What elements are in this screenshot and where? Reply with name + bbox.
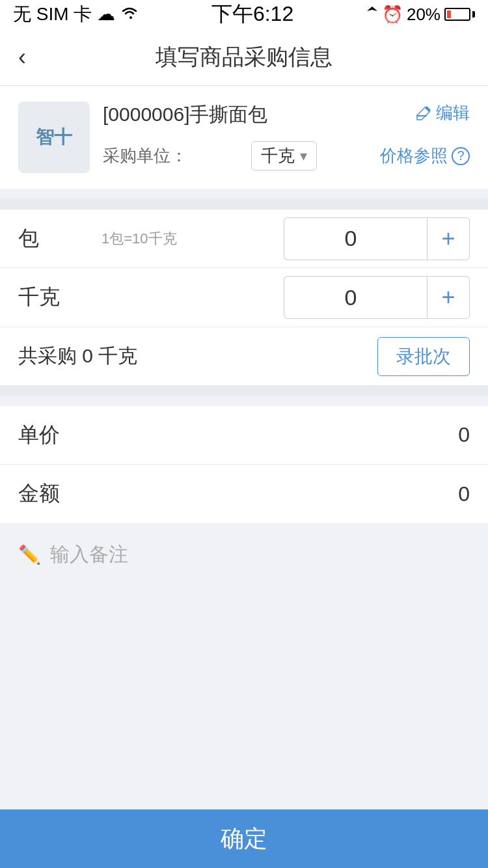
amount-row: 金额 0 [0,465,488,523]
unit-price-value: 0 [458,423,470,447]
section-divider-2 [0,385,488,396]
note-section[interactable]: ✏️ 输入备注 [0,523,488,586]
price-ref-label: 价格参照 [380,144,448,167]
status-left: 无 SIM 卡 ☁ [13,2,139,27]
section-divider-1 [0,199,488,210]
product-image-label: 智十 [36,125,72,150]
battery-icon [444,8,475,21]
record-batch-button[interactable]: 录批次 [377,337,470,376]
product-card: 智十 [0000006]手撕面包 编辑 采购单位： 千克 ▾ 价格参照 ? [0,86,488,189]
total-text: 共采购 0 千克 [18,343,137,370]
bao-row: 包 1包=10千克 + [0,210,488,268]
status-bar: 无 SIM 卡 ☁ 下午6:12 ⏰ 20% [0,0,488,29]
qianke-row: 千克 + [0,268,488,327]
price-ref-icon: ? [452,147,470,165]
bao-input[interactable] [284,217,427,260]
back-button[interactable]: ‹ [18,44,26,71]
battery-percent: 20% [407,5,441,25]
product-image: 智十 [18,102,90,173]
confirm-button[interactable]: 确定 [0,809,488,868]
bao-input-group: + [284,217,470,260]
unit-select[interactable]: 千克 ▾ [251,141,317,170]
page-title: 填写商品采购信息 [156,42,332,72]
bao-sub-label: 1包=10千克 [102,229,177,249]
qianke-input[interactable] [284,276,427,319]
alarm-icon: ⏰ [382,5,403,25]
price-ref-button[interactable]: 价格参照 ? [380,144,470,167]
location-icon [366,5,378,25]
product-info: [0000006]手撕面包 编辑 采购单位： 千克 ▾ 价格参照 ? [103,102,470,170]
qianke-plus-button[interactable]: + [427,276,470,319]
total-row: 共采购 0 千克 录批次 [0,327,488,385]
qianke-label: 千克 [18,283,96,312]
info-section: 单价 0 金额 0 [0,406,488,523]
note-placeholder: 输入备注 [50,541,128,568]
unit-label: 采购单位： [103,144,187,167]
edit-button[interactable]: 编辑 [416,102,470,124]
status-time: 下午6:12 [211,0,293,29]
nav-bar: ‹ 填写商品采购信息 [0,29,488,86]
unit-price-row: 单价 0 [0,406,488,465]
bao-plus-button[interactable]: + [427,217,470,260]
product-unit-row: 采购单位： 千克 ▾ 价格参照 ? [103,141,470,170]
product-header: [0000006]手撕面包 编辑 [103,102,470,128]
product-name: [0000006]手撕面包 [103,102,267,128]
bottom-fill [0,586,488,781]
unit-value: 千克 [261,144,295,167]
unit-price-label: 单价 [18,421,60,450]
wifi-icon [120,4,139,25]
qianke-input-group: + [284,276,470,319]
bao-label: 包 [18,224,96,253]
sim-label: 无 SIM 卡 ☁ [13,2,115,27]
form-section: 包 1包=10千克 + 千克 + [0,210,488,327]
status-right: ⏰ 20% [366,5,475,25]
amount-value: 0 [458,482,470,506]
chevron-down-icon: ▾ [300,148,307,165]
pencil-icon: ✏️ [18,544,41,565]
amount-label: 金额 [18,480,60,508]
